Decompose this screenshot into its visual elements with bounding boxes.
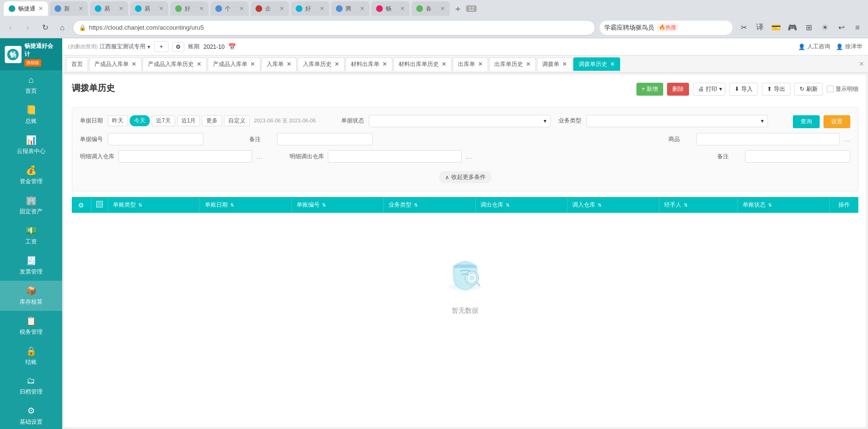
- date-btn-more[interactable]: 更多: [202, 115, 222, 126]
- tab-close-8[interactable]: ✕: [360, 5, 365, 12]
- filter-docnum-input[interactable]: [108, 133, 203, 145]
- sidebar-item-wage[interactable]: 💵 工资: [0, 220, 62, 251]
- import-button[interactable]: ⬇ 导入: [729, 83, 758, 96]
- tab-transfer[interactable]: 调拨单 ✕: [537, 57, 572, 71]
- th-doc-type[interactable]: 单账类型 ⇅: [108, 197, 200, 213]
- sidebar-item-asset[interactable]: 🏢 固定资产: [0, 190, 62, 220]
- export-button[interactable]: ⬆ 导出: [762, 83, 790, 96]
- tab-close-btn-3[interactable]: ✕: [250, 61, 255, 67]
- add-company-button[interactable]: ＋: [154, 41, 168, 52]
- undo-icon[interactable]: ↩: [835, 21, 848, 34]
- filter-detail-remark-input[interactable]: [745, 150, 850, 163]
- user-info[interactable]: 👤 徐泽华: [836, 43, 862, 51]
- refresh-button[interactable]: ↻ 刷新: [794, 83, 823, 96]
- tab-outbound[interactable]: 出库单 ✕: [453, 57, 488, 71]
- check-all-checkbox[interactable]: [96, 201, 103, 208]
- sidebar-item-basic[interactable]: ⚙ 基础设置: [0, 401, 62, 429]
- sidebar-item-ledger[interactable]: 📒 总账: [0, 100, 62, 130]
- browser-tab-4[interactable]: 好 ✕: [170, 1, 209, 16]
- tab-produce-inbound-history[interactable]: 产成品入库单历史 ✕: [143, 57, 207, 71]
- sidebar-item-inventory[interactable]: 📦 库存核算: [0, 281, 62, 311]
- th-doc-date[interactable]: 单账日期 ⇅: [200, 197, 291, 213]
- show-all-checkbox[interactable]: [827, 86, 834, 92]
- filter-detail-out-input[interactable]: [328, 150, 462, 163]
- theme-icon[interactable]: ☀: [818, 21, 832, 34]
- th-transfer-in[interactable]: 调入仓库 ⇅: [567, 197, 659, 213]
- browser-tab-8[interactable]: 腾 ✕: [331, 1, 369, 16]
- tab-material-outbound-history[interactable]: 材料出库单历史 ✕: [393, 57, 452, 71]
- tab-close-7[interactable]: ✕: [320, 5, 324, 12]
- tab-close-9[interactable]: ✕: [400, 5, 405, 12]
- grid-icon[interactable]: ⊞: [802, 21, 815, 34]
- new-tab-button[interactable]: ＋: [452, 3, 464, 14]
- th-biz-type[interactable]: 业务类型 ⇅: [383, 197, 475, 213]
- filter-detail-in-input[interactable]: [118, 150, 252, 163]
- wallet-icon[interactable]: 💳: [769, 21, 783, 34]
- home-button[interactable]: ⌂: [56, 21, 69, 34]
- browser-tab-7[interactable]: 好 ✕: [291, 1, 329, 16]
- tab-close-btn-10[interactable]: ✕: [562, 61, 567, 67]
- filter-remark-input[interactable]: [277, 133, 373, 145]
- browser-tab-2[interactable]: 易 ✕: [90, 1, 128, 16]
- delete-button[interactable]: 删除: [667, 83, 689, 96]
- new-button[interactable]: + 新增: [636, 83, 663, 96]
- filter-goods-input[interactable]: [696, 133, 840, 145]
- search-bar[interactable]: 学霸应聘场驱鸟员 🔥热搜: [599, 20, 733, 35]
- game-icon[interactable]: 🎮: [786, 21, 799, 34]
- forward-button[interactable]: ›: [21, 21, 34, 34]
- date-btn-1month[interactable]: 近1月: [177, 115, 200, 126]
- query-button[interactable]: 查询: [793, 115, 820, 128]
- tab-inbound-history[interactable]: 入库单历史 ✕: [298, 57, 345, 71]
- tab-material-outbound[interactable]: 材料出库单 ✕: [345, 57, 392, 71]
- calendar-icon[interactable]: 📅: [228, 43, 236, 50]
- sidebar-item-report[interactable]: 📊 云报表中心: [0, 130, 62, 160]
- tab-close-btn-7[interactable]: ✕: [442, 61, 446, 67]
- goods-more-icon[interactable]: …: [844, 135, 850, 143]
- sidebar-item-archive[interactable]: 🗂 归档管理: [0, 371, 62, 401]
- tab-close-btn-1[interactable]: ✕: [132, 61, 136, 67]
- th-transfer-out[interactable]: 调出仓库 ⇅: [475, 197, 567, 213]
- filter-status-select[interactable]: ▾: [369, 115, 551, 127]
- tab-close-5[interactable]: ✕: [239, 5, 244, 12]
- tab-bar-close-icon[interactable]: ✕: [859, 60, 864, 67]
- tab-close-btn-4[interactable]: ✕: [287, 61, 291, 67]
- date-btn-7days[interactable]: 近7天: [152, 115, 175, 126]
- collapse-button[interactable]: ∧ 收起更多条件: [439, 171, 491, 183]
- tab-close-1[interactable]: ✕: [78, 5, 83, 12]
- tab-close-10[interactable]: ✕: [440, 5, 445, 12]
- tab-close-btn-6[interactable]: ✕: [382, 61, 387, 67]
- scissors-icon[interactable]: ✂: [737, 21, 750, 34]
- tab-transfer-history[interactable]: 调拨单历史 ✕: [573, 57, 620, 71]
- tab-close-btn-2[interactable]: ✕: [197, 61, 201, 67]
- tab-close-btn-8[interactable]: ✕: [478, 61, 483, 67]
- detail-in-more-icon[interactable]: …: [256, 153, 263, 160]
- sidebar-item-invoice[interactable]: 🧾 发票管理: [0, 251, 62, 281]
- th-settings[interactable]: ⚙: [72, 197, 91, 213]
- company-selector[interactable]: (勿删勿禁用) 江西服宝测试专用 ▾: [68, 43, 150, 51]
- tab-close-4[interactable]: ✕: [199, 5, 204, 12]
- tab-close-btn-5[interactable]: ✕: [334, 61, 339, 67]
- help-button[interactable]: 👤 人工咨询: [798, 43, 830, 51]
- tab-close-6[interactable]: ✕: [279, 5, 284, 12]
- sidebar-item-closing[interactable]: 🔒 结账: [0, 341, 62, 371]
- print-button[interactable]: 🖨 打印 ▾: [693, 83, 725, 96]
- tab-inbound[interactable]: 入库单 ✕: [261, 57, 297, 71]
- th-check[interactable]: [91, 197, 108, 213]
- translate-icon[interactable]: 译: [753, 21, 767, 34]
- tab-close-icon[interactable]: ✕: [38, 5, 43, 12]
- back-button[interactable]: ‹: [4, 21, 17, 34]
- th-handler[interactable]: 经手人 ⇅: [659, 197, 737, 213]
- menu-icon[interactable]: ≡: [851, 21, 864, 34]
- filter-biz-type-select[interactable]: ▾: [586, 115, 768, 127]
- browser-tab-chanjet[interactable]: 畅捷通 ✕: [4, 1, 48, 16]
- browser-tab-6[interactable]: 企 ✕: [251, 1, 289, 16]
- tab-close-btn-11[interactable]: ✕: [610, 61, 615, 67]
- browser-tab-5[interactable]: 个 ✕: [211, 1, 249, 16]
- th-doc-num[interactable]: 单账编号 ⇅: [291, 197, 383, 213]
- browser-tab-10[interactable]: 各 ✕: [412, 1, 450, 16]
- sidebar-item-fund[interactable]: 💰 资金管理: [0, 160, 62, 190]
- tab-close-btn-9[interactable]: ✕: [526, 61, 531, 67]
- tab-close-2[interactable]: ✕: [119, 5, 123, 12]
- browser-tab-3[interactable]: 易 ✕: [130, 1, 168, 16]
- reload-button[interactable]: ↻: [38, 21, 52, 34]
